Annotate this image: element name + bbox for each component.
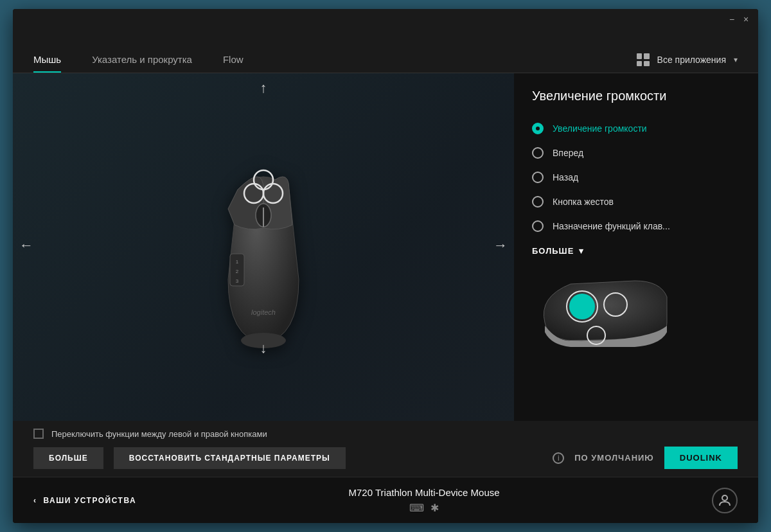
radio-option-vol-up[interactable]: Увеличение громкости [532,116,740,141]
tab-flow[interactable]: Flow [223,54,244,73]
swap-buttons-checkbox[interactable] [33,429,44,439]
nav-tabs: Мышь Указатель и прокрутка Flow [33,54,637,73]
grid-icon[interactable] [637,53,650,66]
profile-button[interactable] [712,488,738,513]
radio-keyboard[interactable] [532,220,544,232]
main-content: ↑ ← → ↓ [13,73,758,421]
bluetooth-icon: ✱ [430,502,439,514]
svg-text:1: 1 [236,259,239,265]
info-icon[interactable]: i [553,452,564,464]
more-button[interactable]: БОЛЬШЕ [33,447,103,469]
tab-mouse[interactable]: Мышь [33,54,61,73]
swap-buttons-label: Переключить функции между левой и правой… [51,429,267,439]
apps-dropdown-arrow[interactable]: ▾ [734,55,738,64]
right-actions: i ПО УМОЛЧАНИЮ DUOLINK [553,447,738,469]
radio-gesture[interactable] [532,196,544,208]
dropdown-title: Увеличение громкости [532,89,740,103]
arrow-left[interactable]: ← [19,237,33,254]
radio-label-back: Назад [553,172,578,182]
radio-label-forward: Вперед [553,148,583,158]
footer: ‹ ВАШИ УСТРОЙСТВА M720 Triathlon Multi-D… [13,477,758,523]
back-button[interactable]: ‹ ВАШИ УСТРОЙСТВА [33,496,136,505]
svg-text:2: 2 [236,269,239,274]
tab-pointer[interactable]: Указатель и прокрутка [92,54,192,73]
all-apps-label[interactable]: Все приложения [657,55,726,65]
radio-back[interactable] [532,172,544,183]
radio-label-gesture: Кнопка жестов [553,197,614,207]
radio-option-gesture[interactable]: Кнопка жестов [532,190,740,214]
radio-option-keyboard[interactable]: Назначение функций клав... [532,214,740,238]
svg-point-15 [722,495,727,501]
footer-center: M720 Triathlon Multi-Device Mouse ⌨ ✱ [136,487,712,514]
svg-text:logitech: logitech [251,308,276,316]
back-label: ВАШИ УСТРОЙСТВА [44,496,137,505]
title-bar: − × [13,9,758,30]
nav-bar: Мышь Указатель и прокрутка Flow Все прил… [13,30,758,73]
radio-option-back[interactable]: Назад [532,165,740,190]
svg-point-12 [569,294,595,319]
close-button[interactable]: × [741,15,750,24]
back-arrow-icon: ‹ [33,496,37,505]
nav-right: Все приложения ▾ [637,53,738,73]
action-row: БОЛЬШЕ ВОССТАНОВИТЬ СТАНДАРТНЫЕ ПАРАМЕТР… [33,447,738,469]
radio-vol-up[interactable] [532,123,544,134]
radio-forward[interactable] [532,147,544,159]
minimize-button[interactable]: − [727,15,736,24]
arrow-up[interactable]: ↑ [260,80,267,96]
keyboard-icon: ⌨ [409,502,424,514]
side-mouse-area [532,271,740,355]
app-window: − × Мышь Указатель и прокрутка Flow Все … [13,9,758,523]
mouse-diagram-svg: 1 2 3 logitech [199,151,328,357]
reset-button[interactable]: ВОССТАНОВИТЬ СТАНДАРТНЫЕ ПАРАМЕТРЫ [114,447,346,469]
side-mouse-svg [532,271,673,348]
mouse-area: ↑ ← → ↓ [13,73,514,421]
radio-label-keyboard: Назначение функций клав... [553,221,670,231]
device-icons: ⌨ ✱ [409,502,439,514]
arrow-right[interactable]: → [493,237,508,254]
more-options-btn[interactable]: БОЛЬШЕ ▾ [532,246,740,256]
svg-text:3: 3 [236,278,239,284]
dropdown-panel: Увеличение громкости Увеличение громкост… [514,73,758,421]
device-name: M720 Triathlon Multi-Device Mouse [349,487,500,498]
arrow-down[interactable]: ↓ [260,340,267,357]
bottom-bar: Переключить функции между левой и правой… [13,421,758,477]
radio-option-forward[interactable]: Вперед [532,141,740,165]
radio-label-vol-up: Увеличение громкости [553,123,647,134]
default-label: ПО УМОЛЧАНИЮ [574,453,654,463]
duolink-button[interactable]: DUOLINK [664,447,738,469]
checkbox-row: Переключить функции между левой и правой… [33,429,738,439]
